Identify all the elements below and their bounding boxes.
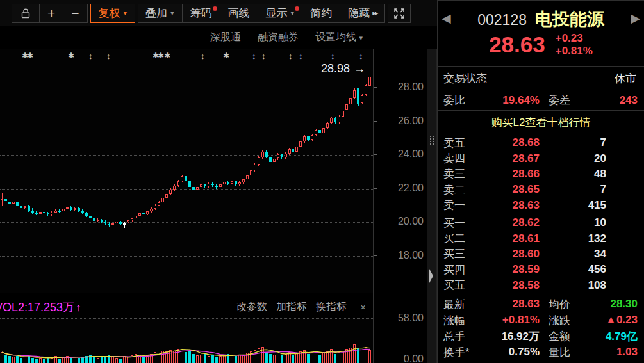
next-stock-arrow[interactable]: ▶ xyxy=(631,11,640,26)
candle xyxy=(238,182,241,185)
candle xyxy=(78,208,80,211)
double-chevron-right-icon: ▸▸ xyxy=(372,9,377,17)
event-marker-icon: ↕ xyxy=(299,51,303,61)
candle xyxy=(108,224,110,225)
price-gridline xyxy=(0,155,373,156)
ask-row[interactable]: 卖五 28.68 7 xyxy=(438,135,644,150)
overlay-button[interactable]: 叠加 ▾ xyxy=(138,4,183,23)
level-volume: 7 xyxy=(540,183,606,196)
ask-row[interactable]: 卖三 28.66 48 xyxy=(438,166,644,182)
candle xyxy=(322,128,325,133)
level-price: 28.68 xyxy=(483,136,540,149)
market-links-row: 深股通 融资融券 设置均线 ▾ xyxy=(0,26,373,49)
stat-row: 最新 28.63 均价 28.30 xyxy=(438,296,644,312)
candle xyxy=(342,111,344,117)
volume-axis-label: 0.00 xyxy=(404,353,424,363)
candle xyxy=(161,198,164,202)
axis-tick xyxy=(374,222,377,222)
ask-row[interactable]: 卖二 28.65 7 xyxy=(438,182,644,197)
ask-row[interactable]: 卖一 28.63 415 xyxy=(438,198,644,213)
price-gridline xyxy=(0,88,373,88)
volume-chart-pane[interactable] xyxy=(0,318,373,363)
price-gridline xyxy=(0,222,373,223)
l2-promo-row: 购买L2查看十档行情 xyxy=(438,111,644,134)
candle xyxy=(188,181,191,188)
prev-stock-arrow[interactable]: ◀ xyxy=(442,11,451,26)
close-indicator-button[interactable]: × xyxy=(356,300,370,314)
simple-mode-button[interactable]: 简约 xyxy=(302,4,340,23)
zoom-out-button[interactable]: − xyxy=(63,4,87,23)
link-ma-settings[interactable]: 设置均线 ▾ xyxy=(315,31,363,44)
candle xyxy=(254,165,256,170)
stat-row: 总手 16.92万 金额 4.79亿 xyxy=(438,328,644,344)
buy-l2-link[interactable]: 购买L2查看十档行情 xyxy=(491,115,591,130)
chevron-down-icon: ▾ xyxy=(124,9,128,17)
stock-name: 电投能源 xyxy=(535,10,604,29)
ma10-line xyxy=(2,350,370,358)
draw-line-button[interactable]: 画线 xyxy=(220,4,258,23)
expand-right-arrow-icon[interactable] xyxy=(429,269,433,283)
stat-label: 金额 xyxy=(549,329,591,344)
candle xyxy=(62,209,65,211)
chevron-down-icon: ▾ xyxy=(170,9,174,17)
candle xyxy=(307,136,310,140)
axis-tick xyxy=(374,188,377,189)
change-params-link[interactable]: 改参数 xyxy=(236,300,267,314)
price-axis-label: 20.00 xyxy=(398,216,424,227)
stat-label: 总手 xyxy=(443,329,484,344)
candle xyxy=(281,154,283,157)
candle xyxy=(177,181,179,186)
candle xyxy=(311,135,313,140)
quote-panel: ◀ ▶ 002128 电投能源 28.63 +0.23 +0.81% 交易状态 … xyxy=(437,0,644,363)
axis-tick xyxy=(374,255,377,256)
candle xyxy=(138,213,141,216)
notification-dot-icon xyxy=(295,6,299,11)
candle xyxy=(150,209,153,211)
candle xyxy=(288,149,291,154)
add-indicator-link[interactable]: 加指标 xyxy=(276,300,307,314)
volume-indicator-header: VOL2:17.253万↑ 改参数 加指标 换指标 × xyxy=(0,293,373,318)
bid-row[interactable]: 买二 28.61 132 xyxy=(438,230,644,246)
link-shenzhen-connect[interactable]: 深股通 xyxy=(210,31,241,44)
adjust-price-button[interactable]: 复权 ▾ xyxy=(90,4,136,23)
candle xyxy=(223,182,226,184)
candle xyxy=(196,187,199,190)
bid-row[interactable]: 买一 28.62 10 xyxy=(438,215,644,230)
event-marker-icon: ↕ xyxy=(331,51,335,61)
stock-title: 002128 电投能源 xyxy=(438,1,644,31)
candle xyxy=(158,202,160,206)
candle xyxy=(1,199,3,201)
bid-row[interactable]: 买四 28.59 456 xyxy=(438,262,644,277)
candle xyxy=(349,98,352,105)
display-button[interactable]: 显示 ▾ xyxy=(258,4,303,23)
volume-ma-lines xyxy=(0,318,373,363)
lock-button[interactable] xyxy=(12,4,40,23)
change-value: +0.23 xyxy=(556,32,593,45)
fullscreen-button[interactable] xyxy=(388,4,411,23)
drag-grip-icon[interactable] xyxy=(430,136,431,137)
chip-distribution-button[interactable]: 筹码 xyxy=(183,4,220,23)
up-arrow-icon: ↑ xyxy=(76,302,81,314)
panel-collapse-scrollbar[interactable] xyxy=(427,49,437,363)
last-price: 28.63 xyxy=(489,32,545,58)
candle xyxy=(123,223,126,225)
candle xyxy=(8,202,11,204)
candle xyxy=(4,199,7,202)
bid-row[interactable]: 买五 28.58 108 xyxy=(438,278,644,293)
candle xyxy=(338,117,340,122)
candlestick-chart-pane[interactable]: 28.98 → ✱✱✱↕↕✱✱✱↕✱↕↕↕↕↕↕ xyxy=(0,49,373,293)
ask-row[interactable]: 卖四 28.67 20 xyxy=(438,150,644,166)
candle xyxy=(24,206,26,208)
stock-code: 002128 xyxy=(477,12,527,28)
link-margin-trading[interactable]: 融资融券 xyxy=(258,31,299,44)
event-marker-icon: ✱✱ xyxy=(153,51,163,60)
switch-indicator-link[interactable]: 换指标 xyxy=(316,300,347,314)
level-volume: 20 xyxy=(540,152,606,165)
bid-row[interactable]: 买三 28.60 34 xyxy=(438,246,644,262)
candle xyxy=(261,152,264,157)
candle xyxy=(353,90,356,98)
candle xyxy=(361,95,363,103)
zoom-in-button[interactable]: + xyxy=(40,4,63,23)
level-label: 卖五 xyxy=(443,136,483,150)
hide-button[interactable]: 隐藏 ▸▸ xyxy=(340,4,385,23)
